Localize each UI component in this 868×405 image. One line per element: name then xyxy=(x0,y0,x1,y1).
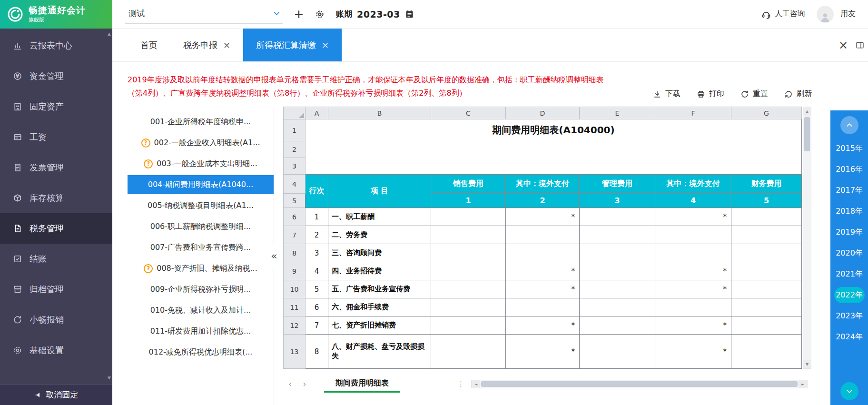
support-button[interactable]: 人工咨询 xyxy=(761,9,805,19)
cell-item[interactable]: 八、财产损耗、盘亏及毁损损失 xyxy=(328,335,431,369)
cell[interactable] xyxy=(431,316,506,335)
column-letter[interactable]: B xyxy=(328,107,431,119)
cell[interactable] xyxy=(431,262,506,280)
add-account-set-button[interactable] xyxy=(294,10,304,19)
year-item-active[interactable]: 2022年 xyxy=(834,287,865,303)
scroll-down-icon[interactable]: ▼ xyxy=(803,360,811,368)
sheet-tab[interactable]: 期间费用明细表 xyxy=(324,376,400,393)
column-letter[interactable]: A xyxy=(306,107,328,119)
cell[interactable] xyxy=(431,335,506,369)
cell[interactable] xyxy=(580,280,655,298)
tab-home[interactable]: 首页 xyxy=(128,29,170,61)
workspace-select[interactable]: 测试 xyxy=(125,5,283,24)
column-letter[interactable]: D xyxy=(506,107,580,119)
close-panel-icon[interactable]: × xyxy=(838,40,848,51)
report-list-item[interactable]: ?003-一般企业成本支出明细... xyxy=(128,154,274,173)
scroll-up-icon[interactable]: ▲ xyxy=(803,107,811,116)
report-list-item[interactable]: 007-广告费和业务宣传费跨... xyxy=(128,238,274,257)
row-number[interactable]: 3 xyxy=(284,158,306,175)
cell[interactable] xyxy=(731,335,802,369)
cell-item[interactable]: 四、业务招待费 xyxy=(328,262,431,280)
report-list-item[interactable]: ?008-资产折旧、摊销及纳税... xyxy=(128,259,274,278)
header-cell[interactable]: 其中：境外支付 xyxy=(506,175,580,194)
cell[interactable]: * xyxy=(655,280,731,298)
row-number[interactable]: 4 xyxy=(284,175,306,194)
sidebar-item-salary[interactable]: 工资 xyxy=(0,122,112,152)
cell-item[interactable]: 六、佣金和手续费 xyxy=(328,298,431,316)
row-number[interactable]: 11 xyxy=(284,298,306,316)
sheet-more-icon[interactable]: ⋮ xyxy=(457,380,464,388)
cell[interactable] xyxy=(431,298,506,316)
cell[interactable] xyxy=(306,158,802,175)
cell[interactable] xyxy=(655,244,731,262)
cell[interactable] xyxy=(655,226,731,244)
year-item[interactable]: 2021年 xyxy=(830,264,868,285)
cell[interactable] xyxy=(506,298,580,316)
row-number[interactable]: 10 xyxy=(284,280,306,298)
header-cell[interactable]: 行次 xyxy=(306,175,328,208)
header-cell[interactable]: 项 目 xyxy=(328,175,431,208)
cell[interactable]: * xyxy=(506,335,580,369)
column-letter[interactable]: F xyxy=(655,107,731,119)
header-cell[interactable]: 2 xyxy=(506,194,580,208)
row-number[interactable]: 13 xyxy=(284,335,306,369)
close-icon[interactable]: × xyxy=(322,41,329,49)
cell[interactable] xyxy=(580,208,655,226)
cell-rowno[interactable]: 2 xyxy=(306,226,328,244)
scroll-left-icon[interactable]: ◄ xyxy=(472,380,480,388)
sidebar-item-settings[interactable]: 基础设置 xyxy=(0,335,112,365)
scroll-right-icon[interactable]: ► xyxy=(799,380,807,388)
next-sheet-icon[interactable]: › xyxy=(297,379,312,389)
cell[interactable] xyxy=(655,298,731,316)
cell[interactable] xyxy=(580,298,655,316)
report-list-item[interactable]: 012-减免所得税优惠明细表(... xyxy=(128,343,274,362)
year-item[interactable]: 2017年 xyxy=(830,180,868,201)
cell[interactable]: * xyxy=(506,280,580,298)
sidebar-item-fixed-assets[interactable]: 固定资产 xyxy=(0,91,112,122)
report-list-item-selected[interactable]: 004-期间费用明细表(A1040... xyxy=(128,175,274,194)
cell[interactable] xyxy=(731,244,802,262)
cell[interactable] xyxy=(580,262,655,280)
sidebar-item-inventory[interactable]: 库存核算 xyxy=(0,183,112,213)
header-cell[interactable]: 4 xyxy=(655,194,731,208)
sidebar-item-archive[interactable]: 归档管理 xyxy=(0,274,112,305)
cell[interactable] xyxy=(731,298,802,316)
horizontal-scrollbar[interactable]: ◄ ► xyxy=(471,380,808,388)
row-number[interactable]: 8 xyxy=(284,244,306,262)
report-list-item[interactable]: ?002-一般企业收入明细表(A1... xyxy=(128,133,274,152)
download-button[interactable]: 下载 xyxy=(653,89,681,99)
cell-rowno[interactable]: 5 xyxy=(306,280,328,298)
report-list-item[interactable]: 001-企业所得税年度纳税申... xyxy=(128,112,274,131)
cell-item[interactable]: 七、资产折旧摊销费 xyxy=(328,316,431,335)
sheet-title[interactable]: 期间费用明细表(A104000) xyxy=(306,119,802,141)
sidebar-item-invoice[interactable]: 发票管理 xyxy=(0,152,112,183)
tab-income-tax-settlement[interactable]: 所得税汇算清缴 × xyxy=(243,29,342,61)
cell[interactable] xyxy=(431,244,506,262)
cell[interactable]: * xyxy=(655,262,731,280)
avatar[interactable] xyxy=(817,6,834,23)
row-number[interactable]: 7 xyxy=(284,226,306,244)
cell[interactable] xyxy=(506,226,580,244)
cell-item[interactable]: 一、职工薪酬 xyxy=(328,208,431,226)
sidebar-item-funds[interactable]: 资金管理 xyxy=(0,61,112,91)
header-cell[interactable]: 管理费用 xyxy=(580,175,655,194)
cell-rowno[interactable]: 3 xyxy=(306,244,328,262)
row-number[interactable]: 2 xyxy=(284,141,306,158)
report-list-item[interactable]: 009-企业所得税弥补亏损明... xyxy=(128,280,274,299)
cell-rowno[interactable]: 8 xyxy=(306,335,328,369)
report-list-item[interactable]: 010-免税、减计收入及加计... xyxy=(128,301,274,320)
year-item[interactable]: 2020年 xyxy=(830,243,868,264)
header-cell[interactable]: 1 xyxy=(431,194,506,208)
prev-sheet-icon[interactable]: ‹ xyxy=(283,379,297,389)
row-number[interactable]: 5 xyxy=(284,194,306,208)
tab-tax-filing[interactable]: 税务申报 × xyxy=(170,29,243,61)
cell[interactable] xyxy=(580,244,655,262)
cell-item[interactable]: 二、劳务费 xyxy=(328,226,431,244)
year-scroll-down-button[interactable] xyxy=(840,382,858,400)
panel-toggle-icon[interactable] xyxy=(856,41,864,49)
header-cell[interactable]: 销售费用 xyxy=(431,175,506,194)
cell-item[interactable]: 五、广告费和业务宣传费 xyxy=(328,280,431,298)
cell-rowno[interactable]: 6 xyxy=(306,298,328,316)
year-item[interactable]: 2015年 xyxy=(830,138,868,159)
header-cell[interactable]: 3 xyxy=(580,194,655,208)
